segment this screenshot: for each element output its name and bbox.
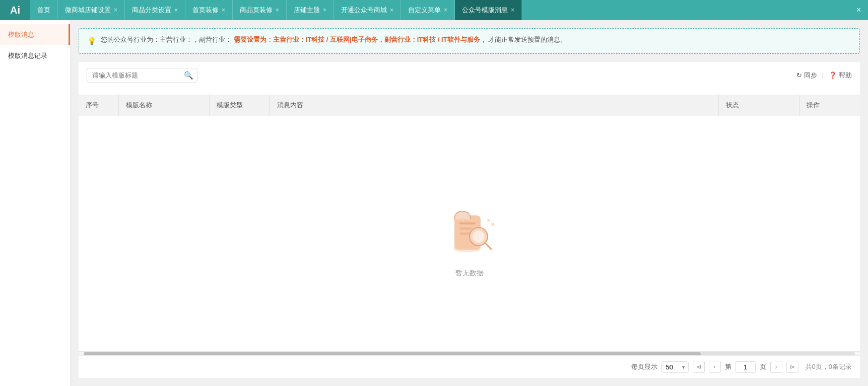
empty-state: 暂无数据 (79, 116, 860, 351)
page-size-select[interactable]: 10 20 50 100 (661, 361, 689, 373)
last-page-button[interactable]: ⊳ (786, 361, 798, 373)
th-index: 序号 (79, 95, 119, 116)
page-number-input[interactable] (736, 361, 756, 373)
nav-tab-category-close[interactable]: × (174, 7, 178, 14)
nav-tabs: 首页 微商城店铺设置 × 商品分类设置 × 首页装修 × 商品页装修 × 店铺主… (30, 0, 849, 20)
sync-button[interactable]: ↻ 同步 (796, 71, 817, 80)
notice-icon: 💡 (87, 35, 97, 47)
sidebar-item-template-msg[interactable]: 模版消息 (0, 24, 70, 45)
nav-tab-home-deco-label: 首页装修 (192, 6, 219, 15)
toolbar-divider: | (822, 71, 824, 79)
nav-tab-shop-settings-label: 微商城店铺设置 (65, 6, 111, 15)
nav-tab-product-deco-label: 商品页装修 (240, 6, 273, 15)
page-label-suffix: 页 (760, 362, 766, 371)
table-header: 序号 模版名称 模版类型 消息内容 状态 操作 (79, 95, 860, 116)
nav-tab-template-msg-label: 公众号模版消息 (462, 6, 508, 15)
nav-tab-open-mall-close[interactable]: × (390, 7, 393, 14)
nav-tab-home-deco-close[interactable]: × (222, 7, 225, 14)
content-area: 💡 您的公众号行业为：主营行业：，副营行业： 需要设置为：主营行业：IT科技 /… (71, 20, 868, 386)
nav-tab-product-deco-close[interactable]: × (276, 7, 279, 14)
search-button[interactable]: 🔍 (184, 71, 193, 80)
first-page-button[interactable]: ⊲ (693, 361, 705, 373)
sidebar: 模版消息 模版消息记录 (0, 20, 71, 386)
search-bar: 🔍 ↻ 同步 | ❓ 帮助 (79, 62, 860, 89)
top-nav: Ai 首页 微商城店铺设置 × 商品分类设置 × 首页装修 × 商品页装修 × … (0, 0, 868, 20)
horizontal-scrollbar[interactable] (79, 351, 860, 355)
nav-tab-shop-settings[interactable]: 微商城店铺设置 × (58, 0, 125, 20)
notice-text: 您的公众号行业为：主营行业：，副营行业： 需要设置为：主营行业：IT科技 / 互… (101, 35, 567, 45)
nav-tab-home[interactable]: 首页 (30, 0, 58, 20)
nav-tab-home-label: 首页 (37, 6, 50, 15)
svg-line-7 (485, 243, 491, 249)
th-action: 操作 (799, 95, 860, 116)
pagination: 每页显示 10 20 50 100 ▼ ⊲ ‹ 第 页 › ⊳ 共0页，0 (79, 355, 860, 378)
nav-tab-category[interactable]: 商品分类设置 × (125, 0, 185, 20)
empty-illustration (439, 200, 500, 261)
next-page-button[interactable]: › (770, 361, 782, 373)
notice-highlight: 需要设置为：主营行业：IT科技 / 互联网|电子商务，副营行业：IT科技 / I… (234, 36, 487, 43)
total-info: 共0页，0条记录 (806, 362, 852, 371)
nav-tab-home-deco[interactable]: 首页装修 × (185, 0, 233, 20)
help-label: 帮助 (839, 71, 852, 80)
help-button[interactable]: ❓ 帮助 (829, 71, 852, 80)
nav-tab-custom-menu[interactable]: 自定义菜单 × (401, 0, 455, 20)
empty-text: 暂无数据 (455, 269, 484, 278)
th-name: 模版名称 (119, 95, 210, 116)
nav-tab-product-deco[interactable]: 商品页装修 × (233, 0, 287, 20)
table-container: 🔍 ↻ 同步 | ❓ 帮助 序号 (79, 62, 860, 378)
nav-tab-open-mall-label: 开通公众号商城 (341, 6, 387, 15)
close-all-button[interactable]: × (849, 0, 868, 20)
svg-rect-3 (459, 227, 472, 229)
nav-tab-shop-settings-close[interactable]: × (114, 7, 117, 14)
sync-icon: ↻ (796, 71, 802, 79)
page-label-prefix: 第 (725, 362, 731, 371)
scrollbar-track[interactable] (84, 352, 855, 355)
search-input-wrap: 🔍 (87, 68, 197, 83)
toolbar-right: ↻ 同步 | ❓ 帮助 (796, 71, 852, 80)
svg-rect-2 (459, 222, 476, 224)
sidebar-item-template-log-label: 模版消息记录 (8, 52, 47, 59)
main-layout: 模版消息 模版消息记录 💡 您的公众号行业为：主营行业：，副营行业： 需要设置为… (0, 20, 868, 386)
page-size-select-wrap: 10 20 50 100 ▼ (661, 361, 689, 373)
th-content: 消息内容 (270, 95, 719, 116)
sync-label: 同步 (804, 71, 817, 80)
app-logo: Ai (0, 0, 30, 20)
sidebar-item-template-msg-label: 模版消息 (8, 31, 34, 38)
nav-tab-category-label: 商品分类设置 (132, 6, 171, 15)
nav-tab-shop-theme-close[interactable]: × (323, 7, 326, 14)
notice-box: 💡 您的公众号行业为：主营行业：，副营行业： 需要设置为：主营行业：IT科技 /… (79, 28, 860, 54)
th-type: 模版类型 (210, 95, 270, 116)
nav-tab-template-msg[interactable]: 公众号模版消息 × (455, 0, 522, 20)
search-input[interactable] (87, 68, 197, 83)
nav-tab-open-mall[interactable]: 开通公众号商城 × (334, 0, 401, 20)
nav-tab-shop-theme[interactable]: 店铺主题 × (287, 0, 334, 20)
nav-tab-custom-menu-label: 自定义菜单 (408, 6, 441, 15)
page-size-label: 每页显示 (631, 362, 657, 371)
nav-tab-custom-menu-close[interactable]: × (444, 7, 447, 14)
nav-tab-shop-theme-label: 店铺主题 (294, 6, 320, 15)
scrollbar-thumb[interactable] (84, 352, 701, 355)
help-icon: ❓ (829, 71, 837, 79)
prev-page-button[interactable]: ‹ (709, 361, 721, 373)
nav-tab-template-msg-close[interactable]: × (511, 7, 514, 14)
svg-point-6 (473, 230, 485, 243)
th-status: 状态 (719, 95, 799, 116)
sidebar-item-template-log[interactable]: 模版消息记录 (0, 45, 70, 66)
